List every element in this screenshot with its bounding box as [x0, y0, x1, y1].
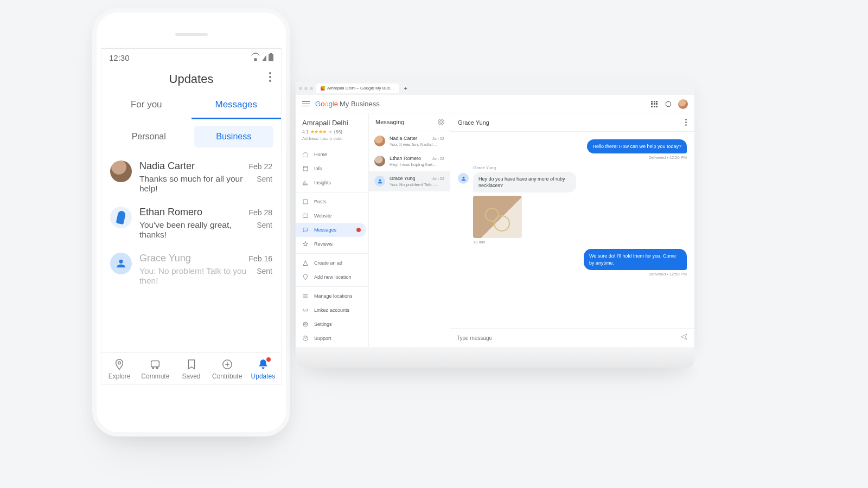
- subtab-business[interactable]: Business: [194, 126, 274, 147]
- nav-label: Settings: [314, 322, 332, 327]
- pin-icon: [113, 358, 125, 370]
- message-time: 13 min: [473, 240, 576, 245]
- nav-label: Explore: [108, 373, 131, 380]
- message-status: Sent: [257, 175, 272, 183]
- nav-label: Commute: [141, 373, 169, 380]
- nav-insights[interactable]: Insights: [302, 176, 368, 190]
- thread-date: Jan 02: [432, 176, 444, 181]
- message-icon: [302, 227, 309, 233]
- nav-saved[interactable]: Saved: [173, 353, 209, 384]
- browser-chrome: Amrapali Delhi – Google My Bus… +: [296, 81, 694, 95]
- settings-icon[interactable]: [438, 119, 444, 125]
- subtab-personal[interactable]: Personal: [109, 126, 189, 147]
- chat-menu-button[interactable]: [685, 119, 687, 126]
- menu-button[interactable]: [302, 101, 310, 107]
- overflow-menu-button[interactable]: [269, 72, 271, 82]
- nav-settings[interactable]: Settings: [302, 317, 368, 331]
- message-status: Sent: [257, 267, 272, 275]
- nav-add-location[interactable]: Add new location: [302, 270, 368, 284]
- nav-label: Manage locations: [314, 293, 353, 299]
- thread-name: Grace Yung: [390, 176, 415, 181]
- window-controls[interactable]: [299, 87, 313, 90]
- home-icon: [302, 151, 309, 158]
- message-date: Feb 28: [248, 208, 272, 217]
- nav-info[interactable]: Info: [302, 162, 368, 176]
- business-address: Address, ipsum dolar: [302, 136, 368, 141]
- nav-create-ad[interactable]: Create an ad: [302, 256, 368, 270]
- product-logo: GoogleMy Business: [315, 100, 380, 108]
- nav-label: Insights: [314, 180, 331, 185]
- notifications-button[interactable]: [664, 100, 673, 108]
- business-rating: 4.1★★★★★(86): [302, 129, 368, 134]
- status-bar: 12:30: [101, 49, 281, 65]
- nav-home[interactable]: Home: [302, 147, 368, 162]
- contact-name: Ethan Romero: [139, 207, 202, 218]
- thread-item[interactable]: Ethan RomeroJan 02Hey! I was hoping that…: [369, 151, 450, 171]
- primary-tabs: For you Messages: [101, 92, 281, 119]
- nav-manage-locations[interactable]: Manage locations: [302, 289, 368, 303]
- laptop-mockup: Amrapali Delhi – Google My Bus… + Google…: [296, 81, 694, 368]
- nav-linked-accounts[interactable]: Linked accounts: [302, 303, 368, 317]
- message-composer: [450, 328, 694, 347]
- clock: 12:30: [109, 53, 130, 62]
- favicon-icon: [321, 86, 325, 91]
- laptop-base: [296, 347, 694, 368]
- conversation-item[interactable]: Ethan RomeroFeb 28 You've been really gr…: [101, 200, 281, 246]
- thread-item[interactable]: Grace YungJan 02You: No problem! Talk …: [369, 171, 450, 191]
- nav-label: Add new location: [314, 274, 352, 280]
- nav-updates[interactable]: Updates: [245, 353, 281, 384]
- nav-label: Home: [314, 152, 327, 157]
- message-input[interactable]: [457, 335, 676, 341]
- nav-commute[interactable]: Commute: [137, 353, 173, 384]
- tab-title: Amrapali Delhi – Google My Bus…: [327, 86, 394, 91]
- thread-preview: You: No problem! Talk …: [390, 182, 444, 187]
- thread-preview: You: It was fun, Nadia!…: [390, 142, 444, 147]
- message-meta: Delivered • 12:50 PM: [648, 272, 687, 277]
- nav-explore[interactable]: Explore: [101, 353, 137, 384]
- bookmark-icon: [186, 358, 197, 370]
- app-bar: Updates: [101, 65, 281, 92]
- help-icon: [302, 335, 309, 342]
- account-avatar[interactable]: [678, 99, 688, 109]
- badge-icon: [356, 228, 361, 232]
- message-image[interactable]: [473, 196, 522, 238]
- nav-label: Messages: [314, 227, 336, 233]
- nav-label: Posts: [314, 199, 327, 204]
- avatar: [374, 136, 385, 146]
- nav-label: Create an ad: [314, 260, 342, 266]
- nav-website[interactable]: Website: [302, 209, 368, 223]
- page-title: Updates: [169, 72, 214, 86]
- conversation-item[interactable]: Grace YungFeb 16 You: No problem! Talk t…: [101, 246, 281, 292]
- plus-circle-icon: [221, 358, 233, 370]
- nav-reviews[interactable]: Reviews: [302, 237, 368, 251]
- nav-posts[interactable]: Posts: [302, 195, 368, 209]
- message-status: Sent: [257, 221, 272, 229]
- browser-tab[interactable]: Amrapali Delhi – Google My Bus…: [316, 84, 399, 93]
- star-icon: [302, 241, 309, 247]
- nav-label: Reviews: [314, 241, 333, 247]
- message-date: Feb 16: [248, 254, 272, 263]
- apps-button[interactable]: [650, 100, 659, 108]
- threads-title: Messaging: [375, 119, 404, 125]
- message-date: Feb 22: [248, 162, 272, 171]
- svg-rect-1: [151, 361, 159, 367]
- chat-column: Grace Yung Hello there! How can we help …: [450, 113, 694, 347]
- avatar: [110, 160, 132, 182]
- avatar: [110, 253, 132, 274]
- tab-for-you[interactable]: For you: [101, 92, 192, 119]
- thread-preview: Hey! I was hoping that…: [390, 162, 444, 167]
- nav-label: Contribute: [212, 373, 242, 380]
- thread-item[interactable]: Nadia CarterJan 02You: It was fun, Nadia…: [369, 131, 450, 151]
- nav-support[interactable]: Support: [302, 331, 368, 345]
- nav-messages[interactable]: Messages: [296, 223, 366, 237]
- nav-label: Updates: [251, 373, 276, 380]
- new-tab-button[interactable]: +: [402, 85, 410, 92]
- tab-messages[interactable]: Messages: [192, 92, 282, 119]
- svg-point-8: [305, 324, 307, 325]
- app-header: GoogleMy Business: [296, 95, 694, 113]
- svg-point-5: [666, 101, 671, 106]
- conversation-item[interactable]: Nadia CarterFeb 22 Thanks so much for al…: [101, 154, 281, 200]
- send-button[interactable]: [680, 333, 688, 343]
- thread-date: Jan 02: [432, 156, 444, 161]
- nav-contribute[interactable]: Contribute: [209, 353, 245, 384]
